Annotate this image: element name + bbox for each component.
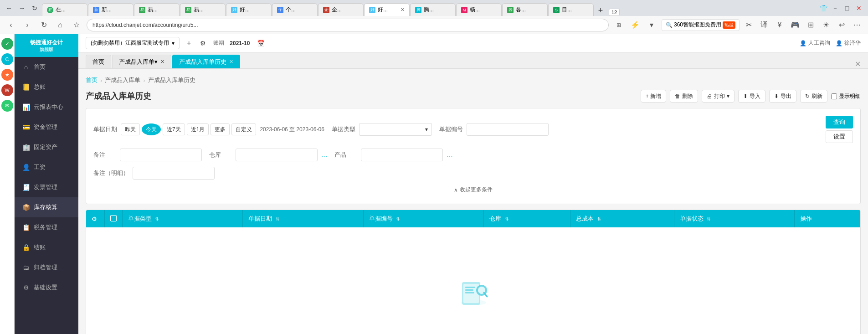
date-btn-today[interactable]: 今天 xyxy=(142,123,161,135)
scissors-button[interactable]: ✂ xyxy=(742,19,755,31)
win-maximize-button[interactable]: □ xyxy=(842,3,853,14)
page-tab-product-list[interactable]: 产成品入库单▾ ✕ xyxy=(112,55,171,68)
sidebar-item-settings[interactable]: ⚙ 基础设置 xyxy=(15,277,78,298)
nav-back-button[interactable]: ‹ xyxy=(5,19,17,31)
th-checkbox[interactable] xyxy=(104,210,122,227)
date-btn-more[interactable]: 更多 xyxy=(211,123,230,135)
sidebar-item-fixed-assets[interactable]: 🏢 固定资产 xyxy=(15,137,78,157)
add-period-button[interactable]: + xyxy=(185,37,193,50)
settings-button-search[interactable]: 设置 xyxy=(826,130,853,143)
address-input[interactable] xyxy=(87,19,609,31)
sidebar-item-fund[interactable]: 💳 资金管理 xyxy=(15,117,78,137)
show-detail-label[interactable]: 显示明细 xyxy=(831,92,861,100)
back-button[interactable]: ← xyxy=(4,3,15,14)
translate-button[interactable]: 译 xyxy=(758,19,770,31)
sidebar-item-cloud-report[interactable]: 📊 云报表中心 xyxy=(15,97,78,117)
browser-tab-11[interactable]: 各 各... xyxy=(502,3,548,16)
product-more-dots[interactable]: ... xyxy=(447,151,452,159)
settings-button[interactable]: ⋯ xyxy=(851,19,863,31)
ext-icon-1[interactable]: ✓ xyxy=(1,38,13,50)
nav-reload-button[interactable]: ↻ xyxy=(37,19,50,31)
sidebar-item-tax[interactable]: 📋 税务管理 xyxy=(15,217,78,237)
browser-tab-6[interactable]: 个 个... xyxy=(272,3,318,16)
browser-tab-10[interactable]: M 畅... xyxy=(456,3,502,16)
date-btn-yesterday[interactable]: 昨天 xyxy=(121,123,140,135)
remark-detail-input[interactable] xyxy=(133,167,215,180)
th-status[interactable]: 单据状态 ⇅ xyxy=(674,210,795,227)
win-minimize-button[interactable]: － xyxy=(830,3,841,14)
warehouse-more-dots[interactable]: ... xyxy=(321,151,327,159)
page-tab-product-history[interactable]: 产成品入库单历史 ✕ xyxy=(172,55,240,68)
browser-tab-4[interactable]: 易 易... xyxy=(180,3,226,16)
th-cost[interactable]: 总成本 ⇅ xyxy=(570,210,674,227)
win-shirt-button[interactable]: 👕 xyxy=(818,3,829,14)
browser-tab-7[interactable]: 企 企... xyxy=(318,3,364,16)
sidebar-item-salary[interactable]: 👤 工资 xyxy=(15,157,78,177)
warehouse-input[interactable] xyxy=(236,149,318,161)
apps-button[interactable]: ⊞ xyxy=(612,19,625,31)
reload-button[interactable]: ↻ xyxy=(29,3,40,14)
forward-button[interactable]: → xyxy=(16,3,27,14)
refresh-button[interactable]: ↻ 刷新 xyxy=(800,90,827,103)
print-button[interactable]: 🖨 打印 ▾ xyxy=(702,90,734,103)
page-tab-history-close[interactable]: ✕ xyxy=(229,59,233,65)
page-tab-list-close[interactable]: ✕ xyxy=(160,59,164,65)
sidebar-item-close-accounts[interactable]: 🔒 结账 xyxy=(15,237,78,257)
search-toolbar-btn[interactable]: 🔍 360智能抠图免费用 热搜 xyxy=(662,19,740,31)
browser-tab-12[interactable]: S 目... xyxy=(548,3,594,16)
new-button[interactable]: + 新增 xyxy=(641,90,666,103)
th-settings[interactable]: ⚙ xyxy=(86,210,104,227)
th-date[interactable]: 单据日期 ⇅ xyxy=(243,210,364,227)
browser-tab-8[interactable]: 好 好... ✕ xyxy=(364,3,410,16)
browser-tab-1[interactable]: 在 在... xyxy=(42,3,87,16)
company-select[interactable]: (勿删勿禁用）江西服宝测试专用 ▾ xyxy=(86,37,180,49)
number-input[interactable] xyxy=(467,123,549,136)
ext-icon-4[interactable]: W xyxy=(1,84,13,96)
nav-home-button[interactable]: ⌂ xyxy=(54,19,67,31)
close-all-tabs-button[interactable]: ✕ xyxy=(855,60,861,68)
page-tab-home[interactable]: 首页 xyxy=(86,55,111,68)
calendar-button[interactable]: 📅 xyxy=(255,37,267,50)
user-profile[interactable]: 👤 徐泽华 xyxy=(836,39,861,47)
sidebar-item-archive[interactable]: 🗂 归档管理 xyxy=(15,257,78,277)
th-type[interactable]: 单据类型 ⇅ xyxy=(122,210,243,227)
lightning-button[interactable]: ⚡ xyxy=(629,19,642,31)
nav-forward-button[interactable]: › xyxy=(21,19,34,31)
breadcrumb-home[interactable]: 首页 xyxy=(86,76,98,84)
period-settings-button[interactable]: ⚙ xyxy=(198,37,208,50)
user-service[interactable]: 👤 人工咨询 xyxy=(800,39,830,47)
win-close-button[interactable]: ✕ xyxy=(853,3,864,14)
type-select[interactable]: ▾ xyxy=(359,123,432,136)
undo-button[interactable]: ↩ xyxy=(835,19,848,31)
date-btn-1month[interactable]: 近1月 xyxy=(187,123,209,135)
browser-tab-5[interactable]: 好 好... xyxy=(226,3,272,16)
dropdown-button[interactable]: ▾ xyxy=(645,19,658,31)
sidebar-item-ledger[interactable]: 📒 总账 xyxy=(15,77,78,97)
th-number[interactable]: 单据编号 ⇅ xyxy=(363,210,484,227)
query-button[interactable]: 查询 xyxy=(826,116,853,128)
remark-input[interactable] xyxy=(120,149,202,161)
collapse-button[interactable]: ∧ 收起更多条件 xyxy=(451,183,495,196)
sidebar-item-home[interactable]: ⌂ 首页 xyxy=(15,57,78,77)
grid-button[interactable]: ⊞ xyxy=(804,19,817,31)
browser-tab-2[interactable]: 新 新... xyxy=(88,3,134,16)
browser-tab-9[interactable]: 腾 腾... xyxy=(410,3,456,16)
tab-close-8[interactable]: ✕ xyxy=(401,7,405,13)
brightness-button[interactable]: ☀ xyxy=(820,19,832,31)
delete-button[interactable]: 🗑 删除 xyxy=(670,90,698,103)
import-button[interactable]: ⬆ 导入 xyxy=(738,90,765,103)
date-btn-custom[interactable]: 自定义 xyxy=(231,123,256,135)
product-input[interactable] xyxy=(361,149,443,161)
date-btn-7days[interactable]: 近7天 xyxy=(163,123,185,135)
ext-icon-3[interactable]: ★ xyxy=(1,69,13,81)
header-checkbox[interactable] xyxy=(110,215,117,221)
new-tab-button[interactable]: + xyxy=(594,5,607,16)
nav-star-button[interactable]: ☆ xyxy=(70,19,83,31)
th-warehouse[interactable]: 仓库 ⇅ xyxy=(484,210,570,227)
browser-tab-3[interactable]: 易 易... xyxy=(134,3,180,16)
export-button[interactable]: ⬇ 导出 xyxy=(769,90,796,103)
sidebar-item-invoice[interactable]: 🧾 发票管理 xyxy=(15,177,78,197)
sidebar-item-inventory[interactable]: 📦 库存核算 xyxy=(15,197,78,217)
ext-icon-2[interactable]: C xyxy=(1,53,13,65)
ext-icon-5[interactable]: ✉ xyxy=(1,100,13,112)
